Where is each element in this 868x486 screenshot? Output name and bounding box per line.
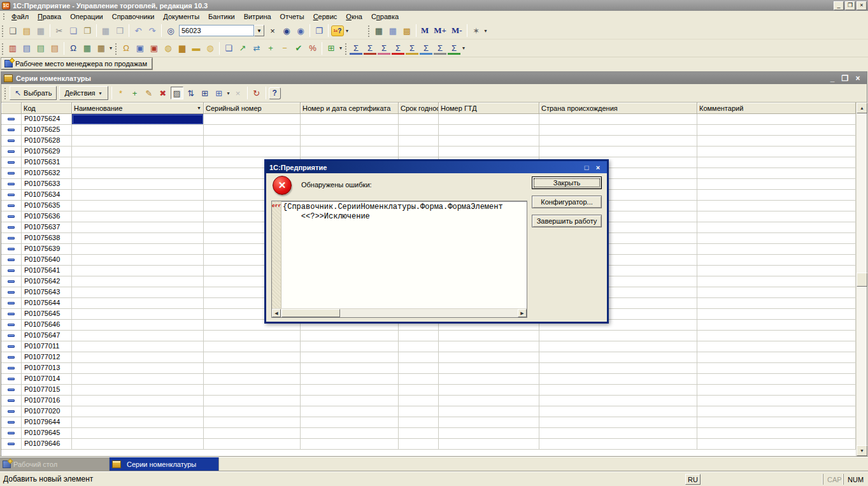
cell-код[interactable]: P01079645 xyxy=(22,428,72,439)
cell-код[interactable]: P01075647 xyxy=(22,331,72,341)
cell-серийный-номер[interactable] xyxy=(204,114,301,125)
cell-срок-годнос-[interactable] xyxy=(399,114,439,125)
cell-серийный-номер[interactable] xyxy=(204,428,301,439)
cell-код[interactable]: P01075640 xyxy=(22,255,72,266)
cell-страна-происхождения[interactable] xyxy=(539,363,697,374)
cell-наименование[interactable] xyxy=(72,428,204,439)
cell-номер-и-дата-сертификата[interactable] xyxy=(301,385,399,396)
redo-icon[interactable]: ↷ xyxy=(146,24,159,37)
table-row[interactable]: P01077020 xyxy=(1,406,856,417)
cell-комментарий[interactable] xyxy=(697,320,856,331)
cell-комментарий[interactable] xyxy=(697,201,856,211)
cell-наименование[interactable] xyxy=(72,168,204,179)
cell-код[interactable]: P01075634 xyxy=(22,190,72,201)
cell-наименование[interactable] xyxy=(72,352,204,363)
menu-item-витрина[interactable]: Витрина xyxy=(239,11,276,22)
scroll-left-icon[interactable]: ◀ xyxy=(272,309,281,317)
cell-серийный-номер[interactable] xyxy=(204,147,301,157)
cell-номер-гтд[interactable] xyxy=(439,331,539,341)
cell-комментарий[interactable] xyxy=(697,147,856,157)
cell-срок-годнос-[interactable] xyxy=(399,136,439,147)
report-sigma-flag-blue-icon[interactable]: Σ xyxy=(420,42,432,55)
cell-комментарий[interactable] xyxy=(697,222,856,233)
table-row[interactable]: P01079645 xyxy=(1,428,856,439)
cell-код[interactable]: P01075637 xyxy=(22,222,72,233)
cell-срок-годнос-[interactable] xyxy=(399,385,439,396)
dialog-button-закрыть[interactable]: Закрыть xyxy=(532,176,602,189)
cell-срок-годнос-[interactable] xyxy=(399,341,439,352)
help-1c-icon[interactable]: 1с? xyxy=(331,25,344,36)
cell-комментарий[interactable] xyxy=(697,125,856,136)
document-approved-icon[interactable]: ✔ xyxy=(292,42,305,55)
cell-наименование[interactable] xyxy=(72,320,204,331)
cell-серийный-номер[interactable] xyxy=(204,417,301,428)
cell-страна-происхождения[interactable] xyxy=(539,406,697,417)
cell-номер-гтд[interactable] xyxy=(439,396,539,406)
edit-item-icon[interactable]: ✎ xyxy=(143,87,155,99)
cell-серийный-номер[interactable] xyxy=(204,385,301,396)
cell-номер-гтд[interactable] xyxy=(439,341,539,352)
hierarchy-view-icon[interactable]: ⊞ xyxy=(199,87,211,99)
toolbar-grip[interactable] xyxy=(1,42,4,55)
find-next-icon[interactable]: ◉ xyxy=(280,24,293,37)
dialog-close-button[interactable]: × xyxy=(592,164,604,171)
column-header-1[interactable]: Код xyxy=(22,103,72,114)
cell-номер-гтд[interactable] xyxy=(439,374,539,385)
cell-комментарий[interactable] xyxy=(697,352,856,363)
cell-код[interactable]: P01077012 xyxy=(22,352,72,363)
child-minimize-button[interactable]: _ xyxy=(826,74,839,83)
undo-icon[interactable]: ↶ xyxy=(132,24,145,37)
cell-срок-годнос-[interactable] xyxy=(399,331,439,341)
search-dropdown-caret[interactable]: ▼ xyxy=(254,25,264,36)
money-stack-icon[interactable]: ▬ xyxy=(190,42,203,55)
cell-комментарий[interactable] xyxy=(697,298,856,309)
cell-код[interactable]: P01079646 xyxy=(22,439,72,450)
table-row[interactable]: P01077012 xyxy=(1,352,856,363)
column-header-8[interactable]: Комментарий xyxy=(697,103,856,114)
cell-комментарий[interactable] xyxy=(697,374,856,385)
open-folder-icon[interactable]: ▤ xyxy=(20,24,33,37)
cell-номер-и-дата-сертификата[interactable] xyxy=(301,341,399,352)
language-indicator[interactable]: RU xyxy=(685,474,701,485)
cell-наименование[interactable] xyxy=(72,309,204,320)
child-restore-button[interactable]: ❐ xyxy=(839,74,851,83)
document-percent-icon[interactable]: % xyxy=(306,42,319,55)
cell-наименование[interactable] xyxy=(72,374,204,385)
help-caret-icon[interactable]: ▾ xyxy=(346,28,348,34)
find-binoculars-icon[interactable]: ◎ xyxy=(164,24,177,37)
cell-наименование[interactable] xyxy=(72,233,204,244)
save-icon[interactable]: ▦ xyxy=(34,24,47,37)
select-button[interactable]: ↖ Выбрать xyxy=(10,86,57,100)
menu-item-файл[interactable]: Файл xyxy=(7,11,33,22)
cell-комментарий[interactable] xyxy=(697,417,856,428)
tools-icon[interactable]: ✶ xyxy=(470,24,483,37)
cell-срок-годнос-[interactable] xyxy=(399,374,439,385)
lock-user-icon[interactable]: ▩ xyxy=(401,24,413,37)
cell-код[interactable]: P01075636 xyxy=(22,211,72,222)
cell-наименование[interactable] xyxy=(72,276,204,287)
calculator-icon[interactable]: ▦ xyxy=(373,24,385,37)
counterparties-icon[interactable]: Ω xyxy=(67,42,80,55)
table-row[interactable]: P01077014 xyxy=(1,374,856,385)
cell-код[interactable]: P01075644 xyxy=(22,298,72,309)
cell-код[interactable]: P01077020 xyxy=(22,406,72,417)
cell-комментарий[interactable] xyxy=(697,363,856,374)
cell-номер-гтд[interactable] xyxy=(439,417,539,428)
cell-срок-годнос-[interactable] xyxy=(399,147,439,157)
print-icon[interactable]: ▦ xyxy=(99,24,112,37)
refresh-icon[interactable]: ↻ xyxy=(250,87,263,99)
cell-наименование[interactable] xyxy=(72,222,204,233)
scroll-down-icon[interactable]: ▼ xyxy=(857,445,867,456)
cell-номер-гтд[interactable] xyxy=(439,147,539,157)
menubar-grip[interactable] xyxy=(2,12,5,21)
menu-item-окна[interactable]: Окна xyxy=(341,11,367,22)
report-sigma-document-icon[interactable]: Σ xyxy=(434,42,446,55)
cell-номер-гтд[interactable] xyxy=(439,363,539,374)
cell-код[interactable]: P01075645 xyxy=(22,309,72,320)
cell-наименование[interactable] xyxy=(72,406,204,417)
menu-item-сервис[interactable]: Сервис xyxy=(309,11,342,22)
cell-комментарий[interactable] xyxy=(697,266,856,276)
menu-item-бантики[interactable]: Бантики xyxy=(204,11,239,22)
search-input[interactable] xyxy=(179,25,254,36)
cash-register-icon[interactable]: ▦ xyxy=(95,42,108,55)
